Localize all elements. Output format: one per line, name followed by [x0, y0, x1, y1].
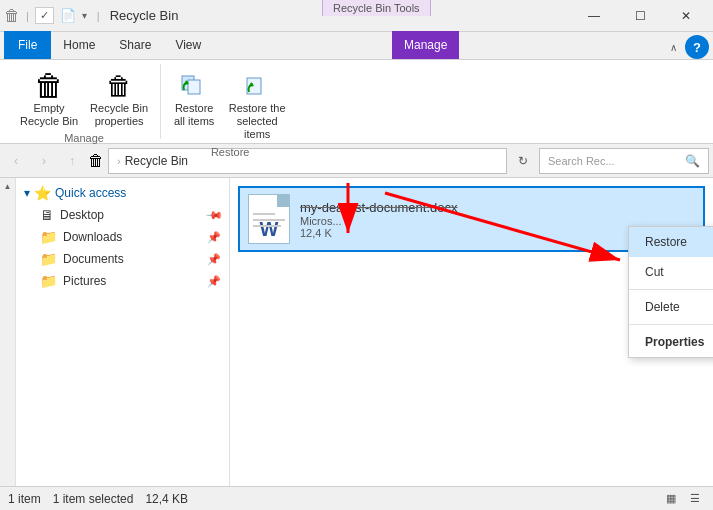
tab-file[interactable]: File [4, 31, 51, 59]
file-size-info: 12,4 KB [145, 492, 188, 506]
file-name: my-dearest-document.docx [300, 200, 695, 215]
item-count: 1 item [8, 492, 41, 506]
up-button[interactable]: ↑ [60, 149, 84, 173]
pictures-label: Pictures [63, 274, 106, 288]
manage-group-label: Manage [64, 130, 104, 144]
minimize-button[interactable]: — [571, 0, 617, 32]
context-menu-restore[interactable]: Restore [629, 227, 713, 257]
tab-home[interactable]: Home [51, 31, 107, 59]
sidebar-scroll-up[interactable]: ▲ [0, 178, 16, 486]
content-area: W my-dearest-document.docx Micros... 12,… [230, 178, 713, 486]
recycle-bin-properties-button[interactable]: 🗑 Recycle Bin properties [86, 68, 152, 130]
context-menu-separator [629, 289, 713, 290]
title-bar-dropdown[interactable]: ▾ [82, 10, 87, 21]
desktop-label: Desktop [60, 208, 104, 222]
recycle-bin-properties-label: Recycle Bin properties [90, 102, 148, 128]
window-title: Recycle Bin [110, 8, 179, 23]
sidebar: ▾ ⭐ Quick access 🖥 Desktop 📌 📁 Downloads… [16, 178, 230, 486]
sidebar-item-downloads[interactable]: 📁 Downloads 📌 [16, 226, 229, 248]
tab-view[interactable]: View [163, 31, 213, 59]
recycle-bin-empty-icon: 🗑 [33, 70, 65, 102]
expand-icon: ▾ [24, 186, 30, 200]
documents-icon: 📁 [40, 251, 57, 267]
grid-view-button[interactable]: ▦ [661, 490, 681, 508]
close-button[interactable]: ✕ [663, 0, 709, 32]
main-area: ▲ ▾ ⭐ Quick access 🖥 Desktop 📌 📁 Downloa… [0, 178, 713, 486]
empty-recycle-bin-button[interactable]: 🗑 Empty Recycle Bin [16, 68, 82, 130]
status-bar: 1 item 1 item selected 12,4 KB ▦ ☰ [0, 486, 713, 510]
restore-all-items-button[interactable]: Restore all items [169, 68, 219, 130]
sidebar-item-documents[interactable]: 📁 Documents 📌 [16, 248, 229, 270]
collapse-ribbon-icon[interactable]: ∧ [666, 40, 681, 55]
quick-access-star-icon: ⭐ [34, 185, 51, 201]
recycle-tools-label: Recycle Bin Tools [322, 0, 431, 16]
ribbon-content: 🗑 Empty Recycle Bin 🗑 Recycle Bin proper… [0, 60, 713, 144]
file-type-icon: W [248, 194, 290, 244]
sidebar-item-quick-access[interactable]: ▾ ⭐ Quick access [16, 182, 229, 204]
search-box[interactable]: Search Rec... 🔍 [539, 148, 709, 174]
pictures-icon: 📁 [40, 273, 57, 289]
tab-manage[interactable]: Manage [392, 31, 459, 59]
maximize-button[interactable]: ☐ [617, 0, 663, 32]
window-controls: — ☐ ✕ [571, 0, 709, 32]
restore-selected-label: Restore the selected items [227, 102, 287, 142]
documents-label: Documents [63, 252, 124, 266]
view-controls: ▦ ☰ [661, 490, 705, 508]
ribbon-group-restore: Restore all items Restore the selected i… [161, 64, 299, 139]
restore-selected-icon [241, 70, 273, 102]
breadcrumb-location: Recycle Bin [125, 154, 188, 168]
empty-recycle-bin-label: Empty Recycle Bin [20, 102, 78, 128]
breadcrumb-chevron: › [117, 155, 121, 167]
properties-icon: 🗑 [103, 70, 135, 102]
ribbon-group-manage: 🗑 Empty Recycle Bin 🗑 Recycle Bin proper… [8, 64, 161, 139]
sidebar-item-desktop[interactable]: 🖥 Desktop 📌 [16, 204, 229, 226]
context-menu-cut[interactable]: Cut [629, 257, 713, 287]
documents-pin-icon: 📌 [207, 253, 221, 266]
selected-info: 1 item selected [53, 492, 134, 506]
title-bar: 🗑 | ✓ 📄 ▾ | Recycle Bin Recycle Bin Tool… [0, 0, 713, 32]
location-icon: 🗑 [88, 152, 104, 170]
ribbon-tabs: File Home Share View Manage ∧ ? [0, 32, 713, 60]
context-menu: Restore Cut Delete Properties [628, 226, 713, 358]
search-placeholder: Search Rec... [548, 155, 615, 167]
tab-share[interactable]: Share [107, 31, 163, 59]
title-bar-icon3: 📄 [60, 8, 76, 23]
downloads-icon: 📁 [40, 229, 57, 245]
address-input[interactable]: › Recycle Bin [108, 148, 507, 174]
svg-rect-1 [188, 80, 200, 94]
restore-selected-button[interactable]: Restore the selected items [223, 68, 291, 144]
scroll-up-arrow: ▲ [4, 182, 12, 191]
context-menu-delete[interactable]: Delete [629, 292, 713, 322]
title-bar-icon2[interactable]: ✓ [35, 7, 54, 24]
title-bar-left: 🗑 | ✓ 📄 ▾ | Recycle Bin [4, 7, 571, 25]
file-type: Micros... [300, 215, 695, 227]
context-menu-separator2 [629, 324, 713, 325]
back-button[interactable]: ‹ [4, 149, 28, 173]
downloads-pin-icon: 📌 [207, 231, 221, 244]
pictures-pin-icon: 📌 [207, 275, 221, 288]
title-bar-separator2: | [97, 10, 100, 22]
context-menu-properties[interactable]: Properties [629, 327, 713, 357]
search-icon: 🔍 [685, 154, 700, 168]
title-bar-icon1: 🗑 [4, 7, 20, 25]
restore-group-label: Restore [211, 144, 250, 158]
refresh-button[interactable]: ↻ [511, 149, 535, 173]
title-bar-separator1: | [26, 10, 29, 22]
address-bar: ‹ › ↑ 🗑 › Recycle Bin ↻ Search Rec... 🔍 [0, 144, 713, 178]
desktop-icon: 🖥 [40, 207, 54, 223]
manage-items: 🗑 Empty Recycle Bin 🗑 Recycle Bin proper… [16, 64, 152, 130]
restore-all-label: Restore all items [174, 102, 214, 128]
restore-all-icon [178, 70, 210, 102]
list-view-button[interactable]: ☰ [685, 490, 705, 508]
restore-items: Restore all items Restore the selected i… [169, 64, 291, 144]
sidebar-item-pictures[interactable]: 📁 Pictures 📌 [16, 270, 229, 292]
help-button[interactable]: ? [685, 35, 709, 59]
downloads-label: Downloads [63, 230, 122, 244]
quick-access-label: Quick access [55, 186, 126, 200]
word-w-icon: W [260, 219, 279, 239]
forward-button[interactable]: › [32, 149, 56, 173]
desktop-pin-icon: 📌 [204, 205, 223, 224]
